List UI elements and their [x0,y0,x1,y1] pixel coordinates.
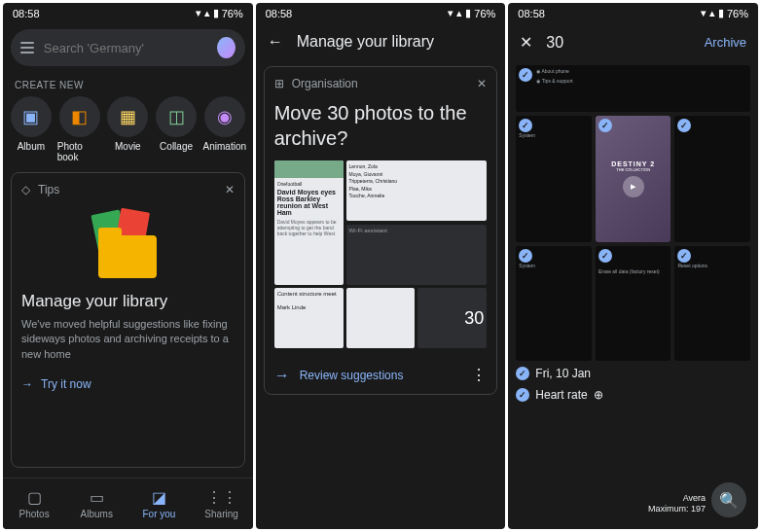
organisation-label: Organisation [292,77,358,90]
check-icon: ✓ [677,249,691,263]
bottom-nav: ▢Photos ▭Albums ◪For you ⋮⋮Sharing [3,478,253,529]
nav-for-you[interactable]: ◪For you [127,484,190,523]
status-bar: 08:58 ▾ ▴ ▮ 76% [3,3,253,23]
check-icon: ✓ [519,119,532,132]
photos-icon: ▢ [27,488,42,507]
for-you-icon: ◪ [152,488,166,507]
photo-item[interactable]: ✓ ◉ About phone ◉ Tips & support [516,65,750,112]
battery-text: 76% [222,8,243,19]
thumb-wifi[interactable]: Wi-Fi assistant [346,225,488,285]
signal-icon: ▴ [204,7,210,19]
photo-item[interactable]: ✓ System [516,246,592,361]
folder-illustration [89,210,166,278]
photo-item[interactable]: ✓ System [516,116,592,242]
menu-icon[interactable] [20,42,34,53]
tips-card: ◇ Tips ✕ Manage your library We've moved… [11,172,245,468]
screen-archive-selection: 08:58 ▾▴▮76% ✕ 30 Archive ✓ ◉ About phon… [508,3,758,529]
nav-albums[interactable]: ▭Albums [65,484,127,523]
review-suggestions-button[interactable]: Review suggestions [300,369,462,382]
screen-manage-library: 08:58 ▾▴▮76% ← Manage your library ⊞ Org… [256,3,506,529]
search-bar[interactable] [11,29,245,66]
create-photo-book[interactable]: ◧Photo book [57,96,102,162]
date-header[interactable]: ✓ Fri, 10 Jan [516,365,750,382]
wifi-icon: ▾ [196,7,201,19]
tips-label: Tips [38,183,59,196]
try-it-now-button[interactable]: → Try it now [21,377,235,391]
tips-description: We've moved helpful suggestions like fix… [21,317,235,362]
selection-count: 30 [546,34,690,52]
arrow-right-icon: → [21,377,33,391]
thumb-list[interactable] [346,288,416,348]
sharing-icon: ⋮⋮ [206,488,237,507]
page-title: Manage your library [297,33,434,51]
play-icon: ▶ [623,176,644,197]
create-row: ▣Album ◧Photo book ▦Movie ◫Collage ◉Anim… [3,96,253,162]
battery-icon: ▮ [213,7,219,19]
thumb-article[interactable]: Onefootball David Moyes eyes Ross Barkle… [274,160,344,285]
check-icon: ✓ [519,68,532,82]
arrow-right-icon: → [274,367,290,384]
check-icon: ✓ [516,367,529,380]
avatar[interactable] [217,37,236,58]
thumb-content[interactable]: Content structure meet Mark Linde [274,288,344,348]
thumb-number[interactable]: 30 [417,288,487,348]
create-animation[interactable]: ◉Animation [202,96,247,162]
check-icon: ✓ [519,249,532,263]
status-bar: 08:58 ▾▴▮76% [256,3,506,23]
stats-overlay: Avera Maximum: 197 [648,493,706,515]
more-icon[interactable]: ⋮ [471,366,487,384]
thumb-contacts[interactable]: Lennon, Zola Moya, Giovanni Trippeterra,… [346,160,488,221]
heart-rate-row[interactable]: ✓ Heart rate ⊕ [516,386,750,404]
tips-title: Manage your library [21,292,235,311]
albums-icon: ▭ [90,488,104,507]
zoom-fab[interactable]: 🔍 [711,482,746,517]
create-collage[interactable]: ◫Collage [154,96,199,162]
archive-button[interactable]: Archive [705,35,746,50]
archive-icon: ⊞ [274,77,284,90]
selection-bar: ✕ 30 Archive [508,23,758,61]
search-small-icon: ⊕ [594,388,603,402]
photo-item[interactable]: ✓ Erase all data (factory reset) [596,246,671,361]
status-bar: 08:58 ▾▴▮76% [508,3,758,23]
photo-item[interactable]: ✓ [674,116,750,242]
photo-item[interactable]: ✓ Reset options [674,246,750,361]
status-icons: ▾ ▴ ▮ 76% [196,7,243,19]
create-movie[interactable]: ▦Movie [105,96,150,162]
status-time: 08:58 [266,8,293,19]
screen-for-you: 08:58 ▾ ▴ ▮ 76% CREATE NEW ▣Album ◧Photo… [3,3,253,529]
close-icon[interactable]: ✕ [520,33,532,52]
check-icon: ✓ [598,119,612,132]
organisation-title: Move 30 photos to the archive? [274,100,488,151]
status-time: 08:58 [518,8,545,19]
lightbulb-icon: ◇ [21,183,30,196]
photo-item-destiny[interactable]: ✓ DESTINY 2 THE COLLECTION ▶ [596,116,671,242]
status-time: 08:58 [13,8,40,19]
magnify-icon: 🔍 [719,491,739,510]
check-icon: ✓ [677,119,691,132]
nav-photos[interactable]: ▢Photos [3,484,65,523]
thumbnail-grid: Onefootball David Moyes eyes Ross Barkle… [274,160,488,348]
close-icon[interactable]: ✕ [477,77,487,90]
search-input[interactable] [44,41,207,55]
create-album[interactable]: ▣Album [9,96,54,162]
app-bar: ← Manage your library [256,23,506,60]
check-icon: ✓ [516,388,529,402]
nav-sharing[interactable]: ⋮⋮Sharing [191,484,253,523]
selection-grid: ✓ ◉ About phone ◉ Tips & support ✓ Syste… [508,61,758,529]
back-icon[interactable]: ← [268,33,283,51]
check-icon: ✓ [598,249,612,263]
organisation-card: ⊞ Organisation ✕ Move 30 photos to the a… [264,66,498,395]
create-new-label: CREATE NEW [3,72,253,96]
close-icon[interactable]: ✕ [225,183,235,196]
